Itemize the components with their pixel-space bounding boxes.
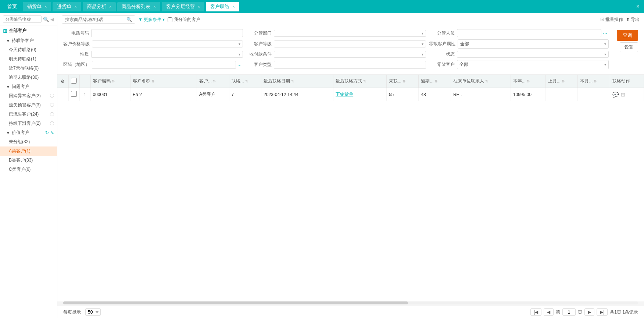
col-code-header[interactable]: 客户编码⇅ <box>90 75 130 88</box>
col-this-month-header[interactable]: 本月...⇅ <box>578 75 610 88</box>
filter-scatter-attr-dropdown[interactable]: 全部 ▾ <box>458 39 609 49</box>
bottom-bar: 每页显示 50 |◀ ◀ 第 页 ▶ ▶| 共1页 1条记录 <box>57 306 644 318</box>
sidebar-item-declining[interactable]: 持续下滑客户(2) ⓘ <box>0 119 57 128</box>
row-check[interactable] <box>68 88 79 101</box>
tab-purchase[interactable]: 进货单 × <box>53 2 81 11</box>
filter-search-box[interactable]: 🔍 <box>62 15 135 24</box>
filter-region-dots[interactable]: ··· <box>236 62 243 68</box>
tab-goods-analysis-close[interactable]: × <box>109 4 111 9</box>
per-page-select[interactable]: 50 <box>85 308 101 316</box>
filter-dept-dropdown[interactable]: ▾ <box>274 30 426 37</box>
sidebar-item-7days[interactable]: 近7天待联络(0) <box>0 64 57 73</box>
filter-person-dots[interactable]: ··· <box>601 30 609 36</box>
col-check-header[interactable] <box>68 75 79 88</box>
action-comment-icon[interactable]: 💬 <box>612 92 619 98</box>
sidebar-item-c-class[interactable]: C类客户(6) <box>0 165 57 174</box>
edit-icon-value[interactable]: ✎ <box>50 130 54 135</box>
col-action-header: 联络动作 <box>610 75 644 88</box>
tab-home[interactable]: 首页 <box>3 2 21 11</box>
filter-search-icon[interactable]: 🔍 <box>126 17 132 22</box>
col-last-month-header[interactable]: 上月...⇅ <box>545 75 578 88</box>
last-page-btn[interactable]: ▶| <box>597 308 608 316</box>
close-all-tabs[interactable]: × <box>635 2 641 11</box>
tab-goods-list[interactable]: 商品分析列表 × <box>117 2 160 11</box>
sort-icon-unit: ⇅ <box>485 79 488 83</box>
filter-cust-level-dropdown[interactable]: ▾ <box>274 40 426 47</box>
group-problem-customers[interactable]: ▼ 问题客户 <box>0 82 57 91</box>
sidebar-collapse-icon[interactable]: ◀ <box>50 17 54 22</box>
col-last-date-header[interactable]: 最后联络日期⇅ <box>261 75 333 88</box>
row-last-month <box>545 88 578 101</box>
filter-phone-input[interactable] <box>91 29 243 37</box>
row-checkbox[interactable] <box>71 91 77 97</box>
bulk-op-btn[interactable]: ☑ 批量操作 <box>600 17 623 23</box>
more-conditions-btn[interactable]: ▼ 更多条件 ▾ <box>138 17 165 23</box>
filter-payment-field: 收付款条件 ▾ <box>246 51 426 58</box>
sidebar-search-input[interactable] <box>3 15 42 23</box>
sidebar-item-b-class[interactable]: B类客户(33) <box>0 156 57 165</box>
filter-scatter-cust-dropdown[interactable]: 全部 ▾ <box>457 60 609 69</box>
setting-button[interactable]: 设置 <box>620 42 638 52</box>
group-pending-contact[interactable]: ▼ 待联络客户 <box>0 36 57 45</box>
filter-price-level-dropdown[interactable]: ▾ <box>92 40 243 47</box>
col-contact-header[interactable]: 联络...⇅ <box>229 75 261 88</box>
sidebar-item-declining-label: 持续下滑客户(2) <box>9 120 41 127</box>
sidebar-item-overdue[interactable]: 逾期未联络(30) <box>0 73 57 82</box>
col-last-method-header[interactable]: 最后联络方式⇅ <box>333 75 387 88</box>
my-customers-checkbox[interactable] <box>168 17 172 22</box>
next-page-btn[interactable]: ▶ <box>584 308 594 316</box>
tab-customer-contact[interactable]: 客户联络 × <box>206 2 239 11</box>
scrollbar-thumb <box>63 301 408 304</box>
sidebar-item-churned[interactable]: 已流失客户(24) ⓘ <box>0 110 57 119</box>
filter-scatter-cust-value: 全部 <box>459 61 468 68</box>
filter-payment-dropdown[interactable]: ▾ <box>274 51 426 58</box>
first-page-btn[interactable]: |◀ <box>530 308 541 316</box>
top-nav: 首页 销货单 × 进货单 × 商品分析 × 商品分析列表 × 客户分层经营 × … <box>0 0 644 13</box>
filter-cust-type-input[interactable] <box>274 61 426 69</box>
tab-customer-segment-close[interactable]: × <box>198 4 200 9</box>
sort-icon-code: ⇅ <box>112 79 115 83</box>
sidebar-item-today[interactable]: 今天待联络(0) <box>0 45 57 54</box>
tab-sales-close[interactable]: × <box>44 4 47 9</box>
tab-goods-analysis[interactable]: 商品分析 × <box>83 2 116 11</box>
col-uncontact-header[interactable]: 未联...⇅ <box>386 75 419 88</box>
refresh-icon-value[interactable]: ↻ <box>45 130 49 135</box>
horizontal-scrollbar[interactable] <box>63 301 638 304</box>
sidebar-item-ungrouped[interactable]: 未分组(32) <box>0 137 57 146</box>
page-input[interactable] <box>562 308 576 316</box>
tab-customer-contact-close[interactable]: × <box>232 4 235 9</box>
sidebar-item-churn-warn[interactable]: 流失预警客户(3) ⓘ <box>0 100 57 110</box>
tab-goods-list-close[interactable]: × <box>153 4 155 9</box>
sidebar-item-a-class[interactable]: A类客户(1) <box>0 146 57 156</box>
tab-customer-segment[interactable]: 客户分层经营 × <box>162 2 204 11</box>
filter-status-dropdown[interactable]: ▾ <box>457 51 609 58</box>
col-gear[interactable]: ⚙ <box>57 75 68 88</box>
sidebar-all-customers[interactable]: ⊞ 全部客户 <box>0 25 57 36</box>
my-customers-checkbox-area[interactable]: 我分管的客户 <box>168 17 200 23</box>
action-link-icon[interactable]: ⊞ <box>621 92 625 98</box>
sidebar-search-icon[interactable]: 🔍 <box>43 17 49 22</box>
tab-sales[interactable]: 销货单 × <box>23 2 51 11</box>
sidebar-item-abnormal[interactable]: 回购异常客户(2) ⓘ <box>0 91 57 100</box>
filter-region-input[interactable] <box>92 61 236 69</box>
col-name-header[interactable]: 客户名称⇅ <box>130 75 197 88</box>
prev-page-btn[interactable]: ◀ <box>544 308 554 316</box>
filter-person-input[interactable] <box>457 29 602 37</box>
col-unit-contact-header[interactable]: 往来单位联系人⇅ <box>451 75 511 88</box>
sidebar-item-tomorrow[interactable]: 明天待联络(1) <box>0 54 57 64</box>
sidebar-search-area: 🔍 ◀ <box>0 13 57 25</box>
group-value-customers[interactable]: ▼ 价值客户 ↻ ✎ <box>0 128 57 137</box>
col-type-header[interactable]: 客户...⇅ <box>197 75 229 88</box>
arrow-icon-problem: ▼ <box>6 84 10 89</box>
filter-nature-dropdown[interactable]: ▾ <box>91 51 243 58</box>
export-btn[interactable]: ⬆ 导出 <box>626 17 640 23</box>
select-all-checkbox[interactable] <box>71 78 77 84</box>
col-this-year-header[interactable]: 本年...⇅ <box>511 75 545 88</box>
row-last-method[interactable]: 下销货单 <box>333 88 387 101</box>
group-problem-label: 问题客户 <box>12 84 29 90</box>
col-overdue-header[interactable]: 逾期...⇅ <box>419 75 451 88</box>
more-conditions-label: 更多条件 <box>144 17 161 23</box>
query-button[interactable]: 查询 <box>617 30 638 41</box>
filter-search-input[interactable] <box>65 17 125 22</box>
tab-purchase-close[interactable]: × <box>74 4 76 9</box>
